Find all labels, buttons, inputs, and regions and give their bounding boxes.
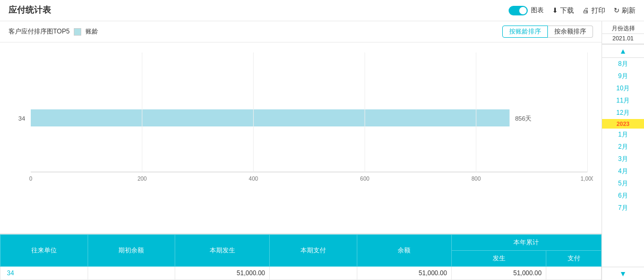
chart-toggle-label: 图表	[531, 6, 544, 15]
print-button[interactable]: 🖨 打印	[582, 6, 605, 15]
table-area: 往来单位 期初余额 本期发生 本期支付 余额 本年累计 发生 支付	[0, 233, 602, 280]
month-item[interactable]: 2月	[602, 141, 644, 153]
page-title: 应付统计表	[8, 5, 51, 16]
sidebar-current-date: 2021.01	[602, 34, 644, 44]
print-icon: 🖨	[582, 6, 589, 14]
month-item[interactable]: 3月	[602, 153, 644, 165]
month-item[interactable]: 5月	[602, 177, 644, 190]
th-current-occur: 本期发生	[175, 235, 270, 267]
svg-text:856天: 856天	[515, 115, 531, 122]
th-current-pay: 本期支付	[270, 235, 357, 267]
cell-ytd-pay	[546, 267, 602, 280]
print-label: 打印	[591, 6, 605, 15]
legend-title: 客户应付排序图TOP5	[8, 27, 70, 36]
svg-text:0: 0	[29, 175, 32, 182]
svg-text:600: 600	[360, 175, 370, 182]
chart-bar	[31, 109, 510, 126]
download-icon: ⬇	[552, 6, 558, 14]
data-table: 往来单位 期初余额 本期发生 本期支付 余额 本年累计 发生 支付	[0, 234, 602, 280]
th-unit: 往来单位	[1, 235, 88, 267]
cell-balance: 51,000.00	[357, 267, 451, 280]
refresh-icon: ↻	[614, 6, 620, 14]
refresh-label: 刷新	[622, 6, 636, 15]
bar-chart: 34 856天 0 200 400 600 800 1,000	[8, 47, 593, 206]
cell-unit[interactable]: 34	[1, 267, 88, 280]
scroll-up-button[interactable]: ▲	[602, 44, 644, 58]
chart-area: 客户应付排序图TOP5 账龄 按账龄排序 按余额排序 34	[0, 21, 602, 280]
chart-svg: 34 856天 0 200 400 600 800 1,000	[8, 47, 593, 206]
th-ytd-occur: 发生	[451, 251, 546, 267]
chart-toggle[interactable]	[509, 6, 528, 15]
cell-current-occur: 51,000.00	[175, 267, 270, 280]
right-sidebar: 月份选择 2021.01 ▲ 8月9月10月11月12月20231月2月3月4月…	[602, 21, 644, 280]
month-item[interactable]: 6月	[602, 190, 644, 202]
chart-header: 客户应付排序图TOP5 账龄 按账龄排序 按余额排序	[0, 21, 602, 43]
th-ytd-group: 本年累计	[451, 235, 601, 251]
cell-current-pay	[270, 267, 357, 280]
sort-by-balance-button[interactable]: 按余额排序	[548, 26, 593, 38]
header-actions: 图表 ⬇ 下载 🖨 打印 ↻ 刷新	[509, 6, 636, 15]
main-content: 客户应付排序图TOP5 账龄 按账龄排序 按余额排序 34	[0, 21, 644, 280]
month-item[interactable]: 2023	[602, 119, 644, 129]
month-item[interactable]: 4月	[602, 165, 644, 177]
month-item[interactable]: 8月	[602, 58, 644, 70]
month-item[interactable]: 9月	[602, 70, 644, 82]
month-item[interactable]: 7月	[602, 202, 644, 214]
legend-box-label: 账龄	[85, 27, 98, 36]
chart-canvas: 34 856天 0 200 400 600 800 1,000	[0, 43, 602, 233]
chart-sort: 按账龄排序 按余额排序	[502, 26, 593, 38]
th-balance: 余额	[357, 235, 451, 267]
cell-opening	[88, 267, 175, 280]
chart-legend: 客户应付排序图TOP5 账龄	[8, 27, 98, 36]
svg-text:800: 800	[471, 175, 481, 182]
sort-by-age-button[interactable]: 按账龄排序	[502, 26, 548, 38]
month-item[interactable]: 1月	[602, 129, 644, 141]
svg-text:34: 34	[19, 115, 25, 122]
header: 应付统计表 图表 ⬇ 下载 🖨 打印 ↻ 刷新	[0, 0, 644, 21]
month-list: 8月9月10月11月12月20231月2月3月4月5月6月7月	[602, 58, 644, 214]
legend-box	[74, 28, 81, 36]
refresh-button[interactable]: ↻ 刷新	[614, 6, 636, 15]
scroll-down-button[interactable]: ▼	[602, 267, 644, 280]
chart-toggle-wrap: 图表	[509, 6, 544, 15]
th-ytd-pay: 支付	[546, 251, 602, 267]
svg-text:1,000: 1,000	[580, 175, 593, 182]
app-container: 应付统计表 图表 ⬇ 下载 🖨 打印 ↻ 刷新	[0, 0, 644, 280]
th-opening: 期初余额	[88, 235, 175, 267]
month-item[interactable]: 10月	[602, 82, 644, 95]
month-item[interactable]: 11月	[602, 95, 644, 107]
cell-ytd-occur: 51,000.00	[451, 267, 546, 280]
svg-text:200: 200	[138, 175, 147, 182]
download-label: 下载	[560, 6, 574, 15]
sidebar-month-label: 月份选择	[602, 21, 644, 34]
month-item[interactable]: 12月	[602, 107, 644, 119]
download-button[interactable]: ⬇ 下载	[552, 6, 574, 15]
sidebar-scroll: 8月9月10月11月12月20231月2月3月4月5月6月7月	[602, 58, 644, 267]
table-row: 3451,000.0051,000.0051,000.00	[1, 267, 602, 280]
svg-text:400: 400	[249, 175, 259, 182]
